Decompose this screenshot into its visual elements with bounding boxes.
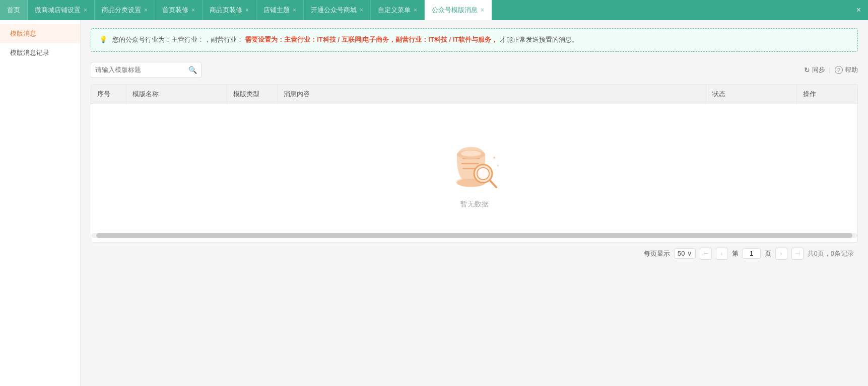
tab-shop-settings-label: 微商城店铺设置 — [35, 6, 81, 15]
main-content: 💡 您的公众号行业为：主营行业：，副营行业： 需要设置为：主营行业：IT科技 /… — [81, 20, 868, 386]
tab-open-mall-label: 开通公众号商城 — [311, 6, 357, 15]
tab-home-decoration[interactable]: 首页装修 × — [155, 0, 203, 20]
svg-line-9 — [490, 180, 496, 187]
refresh-icon: ↻ — [804, 66, 810, 74]
col-header-type: 模版类型 — [227, 85, 278, 104]
page-label: 第 — [732, 249, 739, 258]
tab-template-msg[interactable]: 公众号模版消息 × — [425, 0, 492, 20]
tab-template-msg-close[interactable]: × — [481, 7, 484, 13]
notice-box: 💡 您的公众号行业为：主营行业：，副营行业： 需要设置为：主营行业：IT科技 /… — [91, 28, 858, 52]
svg-point-10 — [479, 170, 482, 173]
per-page-value: 50 — [678, 250, 685, 257]
tab-shop-theme[interactable]: 店铺主题 × — [256, 0, 304, 20]
tab-product-decoration-close[interactable]: × — [245, 7, 249, 13]
empty-text: 暂无数据 — [460, 200, 489, 209]
sync-label: 同步 — [812, 65, 825, 74]
per-page-label: 每页显示 — [644, 249, 670, 258]
scroll-track[interactable] — [91, 233, 857, 238]
sidebar-item-template-msg[interactable]: 模版消息 — [0, 24, 80, 43]
data-table: 序号 模版名称 模版类型 消息内容 状态 操作 — [91, 84, 858, 243]
search-input-wrap[interactable]: 🔍 — [91, 62, 202, 78]
toolbar-divider: | — [829, 66, 831, 73]
tab-custom-menu-label: 自定义菜单 — [378, 6, 411, 15]
page-input[interactable] — [743, 248, 761, 259]
page-unit: 页 — [765, 249, 771, 258]
col-header-action: 操作 — [797, 85, 857, 104]
window-close-button[interactable]: × — [849, 6, 868, 15]
scroll-thumb[interactable] — [96, 233, 852, 238]
pagination: 每页显示 50 ∨ ⊢ ‹ 第 页 › ⊣ 共0页，0条记录 — [91, 243, 858, 260]
tab-category-settings[interactable]: 商品分类设置 × — [95, 0, 155, 20]
sidebar: 模版消息 模版消息记录 — [0, 20, 81, 386]
svg-point-5 — [461, 150, 481, 157]
tab-bar: 首页 微商城店铺设置 × 商品分类设置 × 首页装修 × 商品页装修 × 店铺主… — [0, 0, 868, 20]
col-header-name: 模版名称 — [126, 85, 227, 104]
notice-highlight: 需要设置为：主营行业：IT科技 / 互联网|电子商务，副营行业：IT科技 / I… — [245, 36, 498, 43]
notice-icon: 💡 — [99, 36, 107, 43]
search-input[interactable] — [95, 66, 188, 73]
tab-product-decoration-label: 商品页装修 — [210, 6, 242, 15]
sync-button[interactable]: ↻ 同步 — [804, 65, 825, 74]
table-header: 序号 模版名称 模版类型 消息内容 状态 操作 — [91, 85, 857, 104]
tab-custom-menu[interactable]: 自定义菜单 × — [371, 0, 425, 20]
tab-home-label: 首页 — [7, 6, 20, 15]
next-page-button[interactable]: › — [775, 248, 787, 260]
toolbar-right: ↻ 同步 | ? 帮助 — [804, 65, 858, 74]
empty-state: ✦ ✦ 暂无数据 — [91, 104, 857, 229]
tab-home-decoration-close[interactable]: × — [191, 7, 195, 13]
notice-text-prefix: 您的公众号行业为：主营行业：，副营行业： — [112, 36, 243, 43]
tab-home-decoration-label: 首页装修 — [162, 6, 188, 15]
tab-open-mall[interactable]: 开通公众号商城 × — [304, 0, 371, 20]
total-info: 共0页，0条记录 — [808, 249, 854, 258]
tab-category-settings-label: 商品分类设置 — [102, 6, 141, 15]
sidebar-item-template-record-label: 模版消息记录 — [10, 49, 49, 56]
last-page-button[interactable]: ⊣ — [791, 248, 804, 260]
tab-shop-theme-label: 店铺主题 — [263, 6, 290, 15]
tab-home[interactable]: 首页 — [0, 0, 28, 20]
prev-page-button[interactable]: ‹ — [716, 248, 728, 260]
per-page-select[interactable]: 50 ∨ — [674, 248, 695, 259]
svg-text:✦: ✦ — [492, 155, 496, 161]
tab-open-mall-close[interactable]: × — [360, 7, 363, 13]
search-bar: 🔍 ↻ 同步 | ? 帮助 — [91, 62, 858, 78]
empty-illustration: ✦ ✦ — [442, 134, 507, 200]
help-label: 帮助 — [845, 65, 858, 74]
sidebar-item-template-msg-label: 模版消息 — [10, 30, 36, 37]
tab-shop-settings-close[interactable]: × — [84, 7, 87, 13]
per-page-arrow-icon: ∨ — [687, 250, 692, 257]
tab-shop-theme-close[interactable]: × — [293, 7, 296, 13]
tab-custom-menu-close[interactable]: × — [414, 7, 417, 13]
tab-shop-settings[interactable]: 微商城店铺设置 × — [28, 0, 95, 20]
help-icon: ? — [835, 66, 843, 74]
help-button[interactable]: ? 帮助 — [835, 65, 858, 74]
tab-template-msg-label: 公众号模版消息 — [432, 6, 478, 15]
col-header-seq: 序号 — [91, 85, 126, 104]
sidebar-item-template-record[interactable]: 模版消息记录 — [0, 43, 80, 62]
tab-product-decoration[interactable]: 商品页装修 × — [203, 0, 256, 20]
svg-point-8 — [477, 168, 489, 180]
svg-text:✦: ✦ — [496, 164, 500, 168]
layout: 模版消息 模版消息记录 💡 您的公众号行业为：主营行业：，副营行业： 需要设置为… — [0, 20, 868, 386]
col-header-status: 状态 — [706, 85, 797, 104]
col-header-content: 消息内容 — [278, 85, 706, 104]
notice-text-suffix: 才能正常发送预置的消息。 — [500, 36, 578, 43]
tab-category-settings-close[interactable]: × — [144, 7, 148, 13]
first-page-button[interactable]: ⊢ — [700, 248, 712, 260]
search-icon[interactable]: 🔍 — [188, 66, 197, 74]
